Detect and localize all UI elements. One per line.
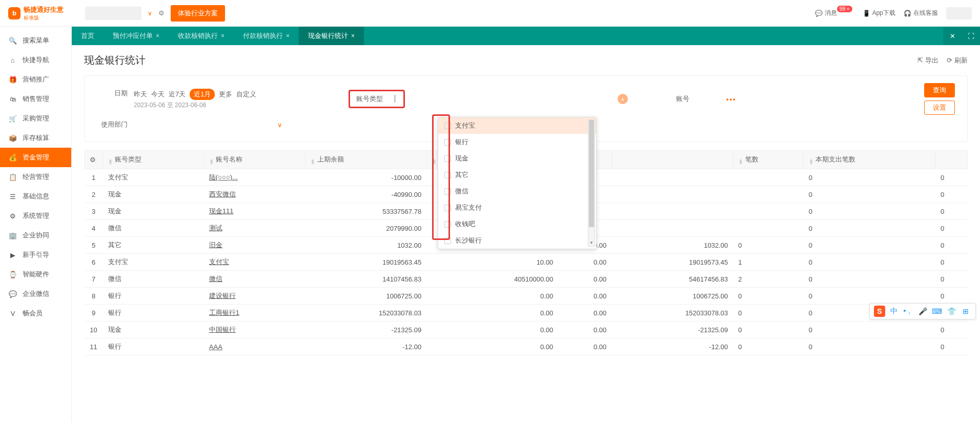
date-option-5[interactable]: 自定义 bbox=[236, 90, 256, 99]
sidebar-item-10[interactable]: 🏢企业协同 bbox=[0, 226, 71, 245]
checkbox[interactable] bbox=[444, 237, 451, 244]
sidebar-item-14[interactable]: V畅会员 bbox=[0, 304, 71, 323]
acct-name-cell[interactable]: 西安微信 bbox=[204, 186, 305, 203]
export-button[interactable]: ⇱ 导出 bbox=[917, 56, 938, 65]
dropdown-item-1[interactable]: 银行 bbox=[438, 134, 596, 150]
ime-toolbox-icon[interactable]: ⊞ bbox=[960, 306, 971, 317]
checkbox[interactable] bbox=[444, 205, 451, 211]
app-download-button[interactable]: 📱 App下载 bbox=[863, 9, 895, 17]
tab-close-icon[interactable]: × bbox=[221, 32, 224, 39]
sidebar-item-0[interactable]: 🔍搜索菜单 bbox=[0, 31, 71, 50]
tab-2[interactable]: 收款核销执行× bbox=[169, 27, 234, 45]
tab-close-icon[interactable]: × bbox=[286, 32, 290, 39]
sidebar-item-8[interactable]: ☰基础信息 bbox=[0, 187, 71, 206]
date-option-0[interactable]: 昨天 bbox=[134, 90, 147, 99]
sort-icon[interactable]: ▲▼ bbox=[739, 158, 743, 165]
ime-mic-icon[interactable]: 🎤 bbox=[917, 306, 928, 317]
account-type-filter[interactable]: 账号类型 bbox=[349, 90, 405, 108]
table-header-3[interactable]: ▲▼上期余额 bbox=[305, 151, 426, 169]
online-service-button[interactable]: 🎧 在线客服 bbox=[904, 9, 938, 17]
scrollbar-thumb[interactable] bbox=[589, 120, 594, 227]
search-button[interactable]: 查询 bbox=[924, 83, 955, 97]
sort-icon[interactable]: ▲▼ bbox=[809, 158, 813, 165]
acct-name-cell[interactable]: 现金111 bbox=[204, 203, 305, 220]
date-option-3[interactable]: 近1月 bbox=[190, 89, 215, 100]
ime-skin-icon[interactable]: 👕 bbox=[946, 306, 957, 317]
checkbox[interactable] bbox=[444, 172, 451, 178]
table-header-0[interactable]: ⚙ bbox=[85, 151, 103, 169]
count-cell-1: 0 bbox=[733, 237, 804, 254]
sort-icon[interactable]: ▲▼ bbox=[311, 158, 315, 165]
filter-settings-button[interactable]: 设置 bbox=[924, 101, 955, 115]
table-header-8[interactable]: ▲▼本期支出笔数 bbox=[804, 151, 935, 169]
sidebar-item-7[interactable]: 📋经营管理 bbox=[0, 167, 71, 187]
dropdown-item-5[interactable]: 易宝支付 bbox=[438, 199, 596, 216]
acct-name-cell[interactable]: 测试 bbox=[204, 220, 305, 237]
table-header-1[interactable]: ▲▼账号类型 bbox=[103, 151, 204, 169]
ime-sogou-icon[interactable]: S bbox=[874, 306, 885, 317]
tab-1[interactable]: 预付冲应付单× bbox=[104, 27, 169, 45]
gear-icon[interactable]: ⚙ bbox=[90, 156, 96, 164]
acct-name-cell[interactable]: 陆(○○○)... bbox=[204, 169, 305, 186]
ime-cn-icon[interactable]: 中 bbox=[888, 306, 900, 317]
dept-select[interactable]: ∨ bbox=[134, 121, 282, 129]
sort-icon[interactable]: ▲▼ bbox=[209, 158, 214, 165]
sidebar-item-5[interactable]: 📦库存核算 bbox=[0, 128, 71, 148]
gear-icon[interactable]: ⚙ bbox=[158, 9, 165, 17]
collapse-filter-icon[interactable]: ∧ bbox=[618, 94, 628, 104]
expand-button[interactable]: ⛶ bbox=[962, 27, 980, 45]
acct-name-cell[interactable]: 旧金 bbox=[204, 237, 305, 254]
sidebar-item-11[interactable]: ▶新手引导 bbox=[0, 245, 71, 265]
sidebar-item-4[interactable]: 🛒采购管理 bbox=[0, 109, 71, 128]
user-avatar[interactable] bbox=[946, 7, 972, 19]
table-header-2[interactable]: ▲▼账号名称 bbox=[204, 151, 305, 169]
tab-0[interactable]: 首页 bbox=[72, 27, 104, 45]
tab-4[interactable]: 现金银行统计× bbox=[299, 27, 364, 45]
sort-icon[interactable]: ▲▼ bbox=[432, 158, 437, 165]
checkbox[interactable] bbox=[444, 188, 451, 195]
table-header-6[interactable] bbox=[611, 151, 733, 169]
company-selector[interactable]: ∨ ⚙ 体验行业方案 bbox=[85, 5, 225, 22]
messages-button[interactable]: 💬 消息 99 + bbox=[815, 9, 854, 17]
dropdown-item-0[interactable]: 支付宝 bbox=[438, 117, 596, 134]
sort-icon[interactable]: ▲▼ bbox=[108, 158, 113, 165]
acct-name-cell[interactable]: 微信 bbox=[204, 271, 305, 288]
checkbox[interactable] bbox=[444, 221, 451, 228]
sidebar-item-9[interactable]: ⚙系统管理 bbox=[0, 206, 71, 226]
date-option-4[interactable]: 更多 bbox=[219, 90, 232, 99]
sidebar-item-3[interactable]: 🛍销售管理 bbox=[0, 89, 71, 109]
dropdown-item-7[interactable]: 长沙银行 bbox=[438, 232, 596, 249]
checkbox[interactable] bbox=[444, 155, 451, 162]
dropdown-item-4[interactable]: 微信 bbox=[438, 183, 596, 199]
ime-keyboard-icon[interactable]: ⌨ bbox=[931, 306, 943, 317]
table-header-7[interactable]: ▲▼笔数 bbox=[733, 151, 804, 169]
scrollbar-down-arrow[interactable]: ▼ bbox=[588, 239, 595, 246]
sidebar-item-13[interactable]: 💬企业微信 bbox=[0, 284, 71, 304]
dropdown-item-6[interactable]: 收钱吧 bbox=[438, 216, 596, 232]
checkbox[interactable] bbox=[444, 123, 451, 129]
sidebar-item-1[interactable]: ⌂快捷导航 bbox=[0, 50, 71, 70]
tab-close-icon[interactable]: × bbox=[351, 32, 355, 39]
experience-industry-button[interactable]: 体验行业方案 bbox=[171, 5, 225, 22]
checkbox[interactable] bbox=[444, 139, 451, 146]
tab-3[interactable]: 付款核销执行× bbox=[234, 27, 299, 45]
sidebar-item-2[interactable]: 🎁营销推广 bbox=[0, 70, 71, 89]
ime-punct-icon[interactable]: •， bbox=[903, 306, 914, 317]
sidebar-item-6[interactable]: 💰资金管理 bbox=[0, 148, 71, 167]
refresh-button[interactable]: ⟳ 刷新 bbox=[947, 56, 968, 65]
acct-name-cell[interactable]: 中国银行 bbox=[204, 321, 305, 338]
sidebar-item-12[interactable]: ⌚智能硬件 bbox=[0, 265, 71, 284]
acct-name-cell[interactable]: AAA bbox=[204, 338, 305, 355]
tab-close-icon[interactable]: × bbox=[156, 32, 159, 39]
account-type-input[interactable] bbox=[385, 95, 395, 103]
date-option-1[interactable]: 今天 bbox=[151, 90, 165, 99]
close-tab-button[interactable]: ✕ bbox=[943, 27, 962, 45]
acct-name-cell[interactable]: 支付宝 bbox=[204, 254, 305, 271]
acct-name-cell[interactable]: 工商银行1 bbox=[204, 305, 305, 321]
dropdown-item-3[interactable]: 其它 bbox=[438, 167, 596, 183]
acct-name-cell[interactable]: 建设银行 bbox=[204, 288, 305, 305]
dropdown-item-2[interactable]: 现金 bbox=[438, 150, 596, 167]
dropdown-scrollbar[interactable]: ▼ bbox=[588, 119, 595, 247]
more-filters-button[interactable]: ••• bbox=[726, 95, 737, 103]
date-option-2[interactable]: 近7天 bbox=[169, 90, 186, 99]
